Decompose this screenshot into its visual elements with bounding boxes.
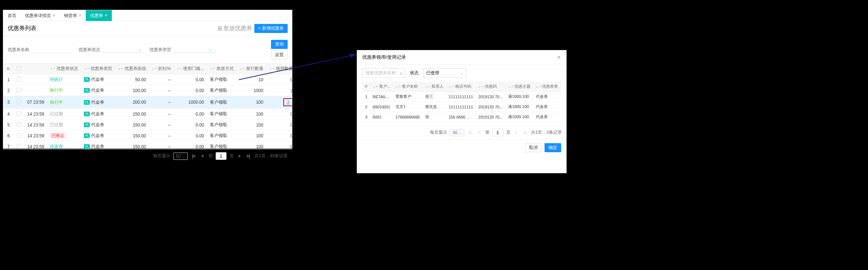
- filter-status-select[interactable]: ⌄: [102, 47, 142, 53]
- tab-优惠券详情页[interactable]: 优惠券详情页✕: [21, 10, 60, 21]
- row-checkbox[interactable]: [17, 144, 21, 149]
- table-row[interactable]: 1RETAIL...零散客户张三111111111112019120 70...…: [362, 92, 561, 102]
- tab-首页[interactable]: 首页: [3, 10, 21, 21]
- cancel-button[interactable]: 取消: [525, 143, 542, 152]
- page-header: 优惠券列表 ⊞ 发放优惠券 + 新增优惠券: [3, 21, 292, 36]
- next-page-button[interactable]: >: [237, 154, 242, 159]
- chevron-down-icon: ⌄: [459, 130, 462, 134]
- confirm-button[interactable]: 确定: [545, 143, 561, 152]
- table-row[interactable]: 6 14 23:59 已终止 代代金券 150.00 -- 0.00 客户领取 …: [3, 130, 292, 141]
- distribute-coupon-button[interactable]: ⊞ 发放优惠券: [217, 25, 252, 32]
- add-coupon-button[interactable]: + 新增优惠券: [254, 24, 288, 33]
- detail-per-page-select[interactable]: 50⌄: [450, 129, 464, 136]
- chevron-down-icon: ⌄: [209, 47, 212, 51]
- gear-icon[interactable]: ⚙: [364, 84, 368, 88]
- table-row[interactable]: 3000117666666666张156 6666 ...2019120 70.…: [362, 112, 561, 122]
- sort-icon[interactable]: ▲▼: [177, 68, 182, 70]
- detail-modal: 优惠券领用/使用记录 ✕ 搜索优惠券名称 ⌕ 状态 已使用 ⌄ ⚙ ▲▼客户..…: [357, 50, 567, 173]
- table-row[interactable]: 4 14 23:59 已过期 代代金券 150.00 -- 0.00 客户领取 …: [3, 109, 292, 120]
- row-checkbox[interactable]: [17, 99, 21, 104]
- type-tag: 代: [84, 122, 90, 127]
- table-row[interactable]: 2 执行中 代代金券 100.00 -- 0.00 客户领取 1000 1 0 …: [3, 85, 292, 96]
- row-checkbox[interactable]: [17, 88, 21, 92]
- close-icon[interactable]: ✕: [79, 10, 81, 21]
- first-page-button[interactable]: |<: [191, 154, 197, 159]
- prev-page-button[interactable]: <: [200, 154, 206, 159]
- detail-status-select[interactable]: 已使用 ⌄: [423, 68, 466, 78]
- detail-prev-page-button[interactable]: <: [477, 130, 482, 135]
- sort-icon[interactable]: ▲▼: [536, 86, 542, 88]
- pagination: 每页显示 50⌄ |< < 第 页 > >| 共1页，49条记录: [3, 149, 292, 163]
- detail-page-input[interactable]: [492, 129, 503, 136]
- detail-next-page-button[interactable]: >: [513, 130, 519, 135]
- type-tag: 代: [84, 112, 90, 116]
- select-all-checkbox[interactable]: [17, 66, 21, 71]
- row-checkbox[interactable]: [17, 111, 21, 116]
- filter-name-input[interactable]: [31, 46, 71, 53]
- modal-title: 优惠券领用/使用记录: [362, 54, 406, 61]
- table-row[interactable]: 7 14 23:59 待发布 代代金券 150.00 -- 0.00 客户领取 …: [3, 141, 292, 149]
- settings-button[interactable]: 设置: [271, 50, 288, 59]
- page-summary: 共1页，49条记录: [254, 153, 288, 159]
- sort-icon[interactable]: ▲▼: [152, 68, 158, 70]
- sort-icon[interactable]: ▲▼: [508, 86, 514, 88]
- sort-icon[interactable]: ▲▼: [373, 86, 378, 88]
- close-icon[interactable]: ✕: [52, 10, 55, 21]
- sort-icon[interactable]: ▲▼: [425, 86, 431, 88]
- detail-first-page-button[interactable]: |<: [467, 130, 474, 135]
- row-checkbox[interactable]: [17, 77, 21, 82]
- table-row[interactable]: 3 07 23:59 执行中 代代金券 200.00 -- 1000.00 客户…: [3, 96, 292, 109]
- close-icon[interactable]: ✕: [105, 10, 107, 21]
- detail-search-input[interactable]: 搜索优惠券名称 ⌕: [362, 68, 406, 78]
- highlighted-claim-count: 3: [283, 98, 292, 106]
- filter-type-label: 优惠券类型: [149, 47, 171, 53]
- sort-icon[interactable]: ▲▼: [478, 86, 484, 88]
- gift-icon: ⊞: [217, 25, 222, 32]
- close-icon[interactable]: ✕: [557, 54, 561, 60]
- type-tag: 代: [84, 144, 90, 149]
- tab-优惠券[interactable]: 优惠券✕: [86, 10, 112, 21]
- chevron-down-icon: ⌄: [182, 154, 185, 158]
- sort-icon[interactable]: ▲▼: [395, 86, 401, 88]
- row-checkbox[interactable]: [17, 133, 21, 138]
- type-tag: 代: [84, 77, 90, 82]
- filter-status-label: 优惠券状态: [79, 47, 100, 53]
- table-row[interactable]: 1 待执行 代代金券 50.00 -- 0.00 客户领取 10 0 0 ↗ ⊞: [3, 74, 292, 85]
- per-page-select[interactable]: 50⌄: [173, 153, 187, 160]
- per-page-label: 每页显示: [153, 153, 170, 159]
- sort-icon[interactable]: ▲▼: [240, 68, 245, 70]
- last-page-button[interactable]: >|: [245, 154, 251, 159]
- tab-销货单[interactable]: 销货单✕: [60, 10, 86, 21]
- status-badge: 执行中: [50, 100, 63, 105]
- detail-status-label: 状态: [410, 70, 419, 76]
- status-badge: 待发布: [50, 144, 63, 149]
- row-checkbox[interactable]: [17, 122, 21, 127]
- claim-count-link[interactable]: 3: [287, 100, 289, 105]
- detail-last-page-button[interactable]: >|: [522, 130, 528, 135]
- claim-count-link[interactable]: 1: [291, 88, 292, 93]
- table-row[interactable]: 200010001北京1唐先生111111111112019120 70...满…: [362, 102, 561, 112]
- filter-type-select[interactable]: ⌄: [173, 47, 213, 53]
- query-button[interactable]: 查询: [271, 40, 288, 49]
- detail-page-summary: 共1页，3条记录: [531, 129, 562, 136]
- search-icon: ⌕: [400, 71, 402, 76]
- sort-icon[interactable]: ▲▼: [50, 68, 56, 70]
- gear-icon[interactable]: ⚙: [6, 66, 10, 71]
- type-tag: 代: [84, 100, 90, 105]
- status-badge: 执行中: [50, 88, 63, 93]
- detail-table: ⚙ ▲▼客户... ▲▼客户名称 ▲▼联系人 ▲▼电话号码 ▲▼优惠码 ▲▼优惠…: [362, 82, 561, 122]
- sort-icon[interactable]: ▲▼: [269, 68, 275, 70]
- type-tag: 代: [84, 133, 90, 138]
- page-input[interactable]: [216, 152, 226, 160]
- status-badge: 已过期: [50, 111, 63, 116]
- coupon-table: ⚙ ▲▼优惠券状态 ▲▼优惠券类型 ▲▼优惠券面值 ▲▼折扣% ▲▼使用门槛..…: [3, 63, 292, 149]
- sort-icon[interactable]: ▲▼: [210, 68, 216, 70]
- chevron-down-icon: ⌄: [460, 71, 463, 75]
- sort-icon[interactable]: ▲▼: [118, 68, 124, 70]
- sort-icon[interactable]: ▲▼: [84, 68, 90, 70]
- table-row[interactable]: 5 14 23:59 已过期 代代金券 150.00 -- 0.00 客户领取 …: [3, 120, 292, 130]
- header-actions: ⊞ 发放优惠券 + 新增优惠券: [217, 24, 288, 33]
- sort-icon[interactable]: ▲▼: [449, 86, 454, 88]
- filter-name-label: 优惠券名称: [8, 47, 29, 53]
- status-badge: 已过期: [50, 122, 63, 127]
